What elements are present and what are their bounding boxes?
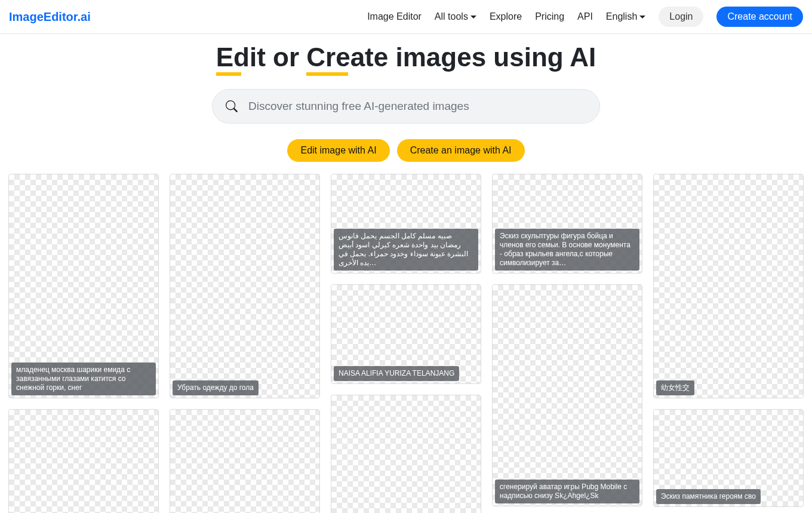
gallery-card[interactable]: Эскиз скульптуры фигура бойца и членов е… bbox=[492, 174, 642, 274]
image-placeholder bbox=[493, 285, 642, 506]
image-placeholder bbox=[331, 395, 481, 513]
image-placeholder bbox=[654, 174, 803, 398]
title-rest: images using AI bbox=[388, 42, 596, 72]
gallery-col-2: Убрать одежду до гола bbox=[170, 174, 320, 513]
card-caption: сгенерируй аватар игры Pubg Mobile c над… bbox=[495, 480, 639, 503]
nav-right: Image Editor All tools Explore Pricing A… bbox=[367, 7, 803, 27]
action-row: Edit image with AI Create an image with … bbox=[0, 139, 812, 162]
image-placeholder bbox=[170, 410, 319, 513]
search-icon bbox=[226, 100, 238, 112]
login-button[interactable]: Login bbox=[659, 7, 703, 27]
card-caption: 幼女性交 bbox=[656, 380, 694, 395]
gallery-card[interactable] bbox=[331, 395, 481, 513]
gallery-card[interactable] bbox=[170, 409, 320, 513]
gallery-card[interactable]: 幼女性交 bbox=[653, 174, 804, 398]
card-caption: Эскиз памятника героям сво bbox=[656, 489, 761, 504]
gallery-col-5: 幼女性交Эскиз памятника героям сво bbox=[653, 174, 804, 513]
title-edit: Edit bbox=[216, 42, 266, 72]
create-account-button[interactable]: Create account bbox=[716, 7, 803, 27]
gallery-col-3: صبيه مسلم كامل الجسم يحمل فانوس رمضان بي… bbox=[331, 174, 481, 513]
nav-pricing[interactable]: Pricing bbox=[535, 11, 564, 22]
gallery-col-1: младенец москва шарики емида с завязанны… bbox=[8, 174, 159, 513]
card-caption: صبيه مسلم كامل الجسم يحمل فانوس رمضان بي… bbox=[334, 229, 478, 271]
navbar: ImageEditor.ai Image Editor All tools Ex… bbox=[0, 0, 812, 34]
gallery-card[interactable]: сгенерируй аватар игры Pubg Mobile c над… bbox=[492, 284, 642, 506]
nav-language[interactable]: English bbox=[606, 11, 645, 22]
nav-api[interactable]: API bbox=[577, 11, 593, 22]
gallery-card[interactable]: Эскиз памятника героям сво bbox=[653, 409, 804, 507]
card-caption: Эскиз скульптуры фигура бойца и членов е… bbox=[495, 229, 639, 271]
gallery-col-4: Эскиз скульптуры фигура бойца и членов е… bbox=[492, 174, 642, 513]
gallery-card[interactable]: младенец москва шарики емида с завязанны… bbox=[8, 174, 159, 398]
image-placeholder bbox=[9, 410, 158, 513]
image-placeholder bbox=[170, 174, 319, 398]
hero: Edit or Create images using AI Edit imag… bbox=[0, 34, 812, 162]
gallery-card[interactable]: Убрать одежду до гола bbox=[170, 174, 320, 398]
gallery-card[interactable] bbox=[8, 409, 159, 513]
create-image-button[interactable]: Create an image with AI bbox=[397, 139, 525, 162]
edit-image-button[interactable]: Edit image with AI bbox=[287, 139, 389, 162]
card-caption: младенец москва шарики емида с завязанны… bbox=[11, 363, 156, 395]
nav-explore[interactable]: Explore bbox=[490, 11, 522, 22]
card-caption: NAISA ALIFIA YURIZA TELANJANG bbox=[334, 366, 459, 381]
title-or: or bbox=[266, 42, 306, 72]
gallery-card[interactable]: NAISA ALIFIA YURIZA TELANJANG bbox=[331, 284, 481, 384]
page-title: Edit or Create images using AI bbox=[216, 42, 596, 72]
search-input[interactable] bbox=[248, 100, 586, 113]
search-bar[interactable] bbox=[212, 89, 600, 124]
underline-icon bbox=[306, 72, 348, 76]
nav-all-tools[interactable]: All tools bbox=[435, 11, 476, 22]
gallery: младенец москва шарики емида с завязанны… bbox=[0, 162, 812, 513]
nav-image-editor[interactable]: Image Editor bbox=[367, 11, 422, 22]
underline-icon bbox=[216, 72, 241, 76]
brand-logo[interactable]: ImageEditor.ai bbox=[9, 10, 91, 24]
card-caption: Убрать одежду до гола bbox=[173, 380, 259, 395]
title-create: Create bbox=[306, 42, 388, 72]
gallery-card[interactable]: صبيه مسلم كامل الجسم يحمل فانوس رمضان بي… bbox=[331, 174, 481, 274]
